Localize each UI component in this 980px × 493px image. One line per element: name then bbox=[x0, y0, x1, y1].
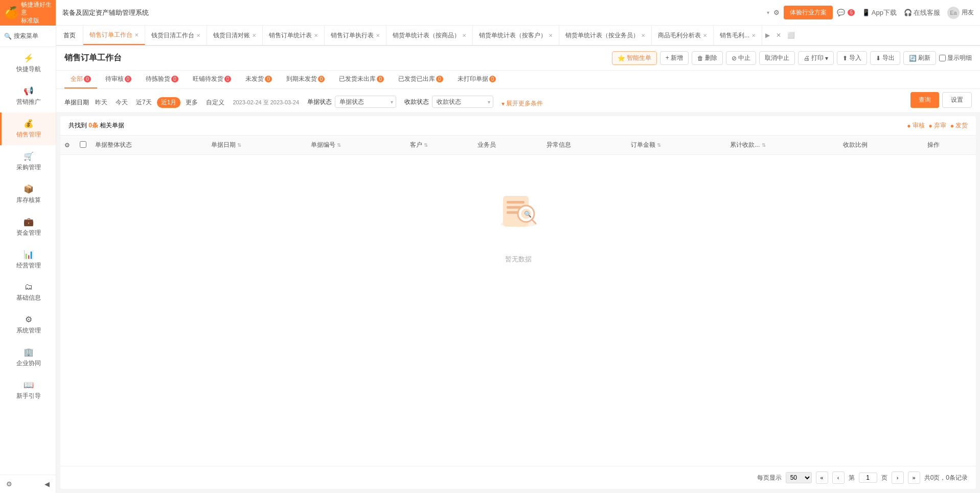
sidebar-settings-button[interactable]: ⚙ bbox=[6, 480, 12, 488]
ship-button[interactable]: ● 发货 bbox=[950, 121, 968, 130]
topbar-settings-button[interactable]: ⚙ bbox=[773, 9, 780, 16]
subtab-overdue-not-shipped[interactable]: 到期未发货0 bbox=[280, 71, 331, 88]
tab-close-sales-stats[interactable]: ✕ bbox=[314, 33, 318, 38]
col-customer[interactable]: 客户 ⇅ bbox=[406, 136, 474, 155]
filter-1month-btn[interactable]: 近1月 bbox=[157, 97, 181, 108]
tab-sales-more[interactable]: 销售毛利... ✕ bbox=[714, 26, 762, 45]
tab-close-cash-reconcile[interactable]: ✕ bbox=[252, 33, 256, 38]
tab-close-gross-profit[interactable]: ✕ bbox=[703, 33, 707, 38]
search-menu-label: 搜索菜单 bbox=[14, 32, 38, 40]
sidebar-nav-item-sales[interactable]: 💰 销售管理 bbox=[0, 113, 56, 145]
sidebar-nav-item-purchase[interactable]: 🛒 采购管理 bbox=[0, 145, 56, 178]
page-prev-button[interactable]: ‹ bbox=[832, 472, 845, 484]
filter-settings-button[interactable]: 设置 bbox=[942, 92, 972, 108]
print-button[interactable]: 🖨 打印 ▾ bbox=[798, 51, 834, 65]
tab-close-all-button[interactable]: ✕ bbox=[773, 26, 784, 45]
page-number-input[interactable] bbox=[859, 473, 877, 483]
sidebar-nav-item-operations[interactable]: 📊 经营管理 bbox=[0, 243, 56, 276]
tab-sales-exec[interactable]: 销售订单执行表 ✕ bbox=[325, 26, 386, 45]
app-download-button[interactable]: 📱 App下载 bbox=[862, 8, 897, 17]
sidebar-nav-item-system[interactable]: ⚙ 系统管理 bbox=[0, 308, 56, 341]
expand-filter-button[interactable]: ▾ 展开更多条件 bbox=[502, 99, 543, 108]
tab-sale-summary-staff[interactable]: 销货单统计表（按业务员） ✕ bbox=[559, 26, 652, 45]
col-abnormal: 异常信息 bbox=[542, 136, 627, 155]
subtab-pending-inspect[interactable]: 待拣验货0 bbox=[140, 71, 185, 88]
filter-collection-select[interactable]: 收款状态 bbox=[432, 96, 493, 108]
show-detail-checkbox[interactable] bbox=[939, 55, 946, 61]
filter-more-btn[interactable]: 更多 bbox=[183, 97, 201, 108]
sidebar-collapse-button[interactable]: ◀ bbox=[44, 480, 50, 488]
col-date-label: 单据日期 bbox=[211, 141, 236, 148]
export-icon: ⬇ bbox=[876, 55, 881, 62]
tab-close-sales-more[interactable]: ✕ bbox=[751, 33, 756, 38]
sidebar-nav-item-enterprise[interactable]: 🏢 企业协同 bbox=[0, 341, 56, 374]
tab-home[interactable]: 首页 bbox=[56, 26, 83, 45]
subtab-shipped-not-out[interactable]: 已发货未出库0 bbox=[333, 71, 390, 88]
stop-button[interactable]: ⊘ 中止 bbox=[726, 51, 756, 65]
subtab-pending-review[interactable]: 待审核0 bbox=[99, 71, 138, 88]
page-first-button[interactable]: « bbox=[816, 472, 828, 484]
tab-sale-summary-customer[interactable]: 销货单统计表（按客户） ✕ bbox=[473, 26, 559, 45]
tab-sale-summary-product[interactable]: 销货单统计表（按商品） ✕ bbox=[386, 26, 473, 45]
col-number[interactable]: 单据编号 ⇅ bbox=[307, 136, 406, 155]
tab-close-sale-summary-staff[interactable]: ✕ bbox=[641, 33, 645, 38]
filter-status-select[interactable]: 单据状态 bbox=[335, 96, 396, 108]
select-all-checkbox[interactable] bbox=[80, 141, 86, 148]
filter-custom-btn[interactable]: 自定义 bbox=[203, 97, 227, 108]
cancel-stop-button[interactable]: 取消中止 bbox=[759, 51, 795, 65]
tab-label-gross-profit: 商品毛利分析表 bbox=[658, 31, 701, 40]
subtab-not-shipped[interactable]: 未发货0 bbox=[239, 71, 278, 88]
tab-cash-reconcile[interactable]: 钱货日清对账 ✕ bbox=[207, 26, 263, 45]
tab-close-sale-summary-customer[interactable]: ✕ bbox=[549, 33, 553, 38]
sort-number-icon: ⇅ bbox=[337, 142, 341, 148]
tab-close-sales-workbench[interactable]: ✕ bbox=[134, 32, 139, 38]
import-button[interactable]: ⬆ 导入 bbox=[837, 51, 867, 65]
tab-close-sale-summary-product[interactable]: ✕ bbox=[462, 33, 466, 38]
tab-label-sale-summary-staff: 销货单统计表（按业务员） bbox=[565, 31, 639, 40]
query-button[interactable]: 查询 bbox=[910, 92, 939, 108]
refresh-button[interactable]: 🔄 刷新 bbox=[903, 51, 936, 65]
tab-close-cash-daily[interactable]: ✕ bbox=[196, 33, 200, 38]
tab-gross-profit[interactable]: 商品毛利分析表 ✕ bbox=[652, 26, 714, 45]
tab-more-button[interactable]: ▶ bbox=[762, 26, 773, 45]
online-service-button[interactable]: 🎧 在线客服 bbox=[904, 8, 940, 17]
show-detail-checkbox-label[interactable]: 显示明细 bbox=[939, 54, 972, 62]
tab-cash-daily[interactable]: 钱货日清工作台 ✕ bbox=[145, 26, 207, 45]
search-menu-button[interactable]: 🔍 搜索菜单 bbox=[4, 30, 52, 42]
tab-close-sales-exec[interactable]: ✕ bbox=[376, 33, 380, 38]
message-button[interactable]: 💬 6 bbox=[837, 9, 855, 16]
sidebar-nav-item-finance[interactable]: 💼 资金管理 bbox=[0, 211, 56, 243]
subtab-all[interactable]: 全部0 bbox=[64, 71, 97, 88]
sidebar-nav-item-inventory[interactable]: 📦 库存核算 bbox=[0, 178, 56, 211]
sidebar-nav-item-guide[interactable]: 📖 新手引导 bbox=[0, 374, 56, 407]
col-staff[interactable]: 业务员 bbox=[473, 136, 542, 155]
col-status: 单据整体状态 bbox=[91, 136, 207, 155]
sidebar-nav-item-quick[interactable]: ⚡ 快捷导航 bbox=[0, 47, 56, 80]
ai-generate-button[interactable]: ⭐ 智能生单 bbox=[612, 51, 657, 65]
tab-sales-workbench[interactable]: 销售订单工作台 ✕ bbox=[83, 26, 145, 45]
col-date[interactable]: 单据日期 ⇅ bbox=[207, 136, 306, 155]
col-amount[interactable]: 订单金额 ⇅ bbox=[627, 136, 726, 155]
filter-date-range-text: 2023-02-24 至 2023-03-24 bbox=[233, 99, 299, 106]
delete-button[interactable]: 🗑 删除 bbox=[692, 51, 723, 65]
new-button[interactable]: + 新增 bbox=[660, 51, 689, 65]
filter-7days-btn[interactable]: 近7天 bbox=[133, 97, 155, 108]
page-next-button[interactable]: › bbox=[892, 472, 904, 484]
tab-maximize-button[interactable]: ⬜ bbox=[784, 26, 798, 45]
subtab-shipped-out[interactable]: 已发货已出库0 bbox=[392, 71, 449, 88]
col-collected[interactable]: 累计收款... ⇅ bbox=[726, 136, 838, 155]
page-size-select[interactable]: 50 10 20 100 bbox=[786, 472, 812, 483]
industry-solution-button[interactable]: 体验行业方案 bbox=[784, 6, 833, 19]
subtab-wangpu-ship[interactable]: 旺铺待发货0 bbox=[187, 71, 238, 88]
tab-sales-stats[interactable]: 销售订单统计表 ✕ bbox=[263, 26, 325, 45]
sidebar-item-label-purchase: 采购管理 bbox=[16, 163, 41, 172]
export-button[interactable]: ⬇ 导出 bbox=[870, 51, 900, 65]
filter-yesterday-btn[interactable]: 昨天 bbox=[92, 97, 110, 108]
sidebar-nav-item-marketing[interactable]: 📢 营销推广 bbox=[0, 80, 56, 113]
sidebar-nav-item-basic[interactable]: 🗂 基础信息 bbox=[0, 276, 56, 308]
revoke-button[interactable]: ● 弃审 bbox=[929, 121, 946, 130]
approve-button[interactable]: ● 审核 bbox=[907, 121, 924, 130]
filter-today-btn[interactable]: 今天 bbox=[112, 97, 131, 108]
page-last-button[interactable]: » bbox=[908, 472, 920, 484]
subtab-not-printed[interactable]: 未打印单据0 bbox=[451, 71, 503, 88]
